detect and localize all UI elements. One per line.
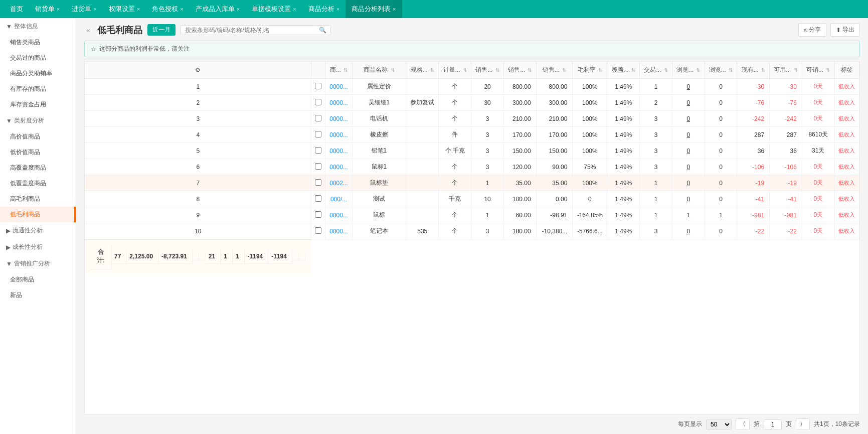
- sidebar-item-in-stock[interactable]: 有库存的商品: [0, 81, 76, 97]
- col-trade-count[interactable]: 交易... ⇅: [640, 62, 672, 79]
- close-icon[interactable]: ×: [293, 6, 296, 12]
- row-spec: [406, 111, 439, 127]
- row-checkbox[interactable]: [315, 163, 321, 170]
- row-checkbox[interactable]: [315, 115, 321, 121]
- col-coverage[interactable]: 覆盖... ⇅: [607, 62, 640, 79]
- row-browse1[interactable]: 0: [672, 175, 705, 191]
- col-current-stock[interactable]: 现有... ⇅: [737, 62, 770, 79]
- row-available: -19: [770, 175, 802, 191]
- col-unit[interactable]: 计量... ⇅: [439, 62, 471, 79]
- col-sales-price[interactable]: 销售... ⇅: [503, 62, 536, 79]
- row-code: 0002...: [325, 175, 352, 191]
- col-sellable[interactable]: 可销... ⇅: [802, 62, 834, 79]
- row-tag: 低收入: [834, 79, 859, 95]
- collapse-sidebar-button[interactable]: «: [84, 26, 92, 34]
- sidebar-item-low-coverage[interactable]: 低覆盖度商品: [0, 176, 76, 191]
- row-browse1[interactable]: 0: [672, 111, 705, 127]
- row-browse1[interactable]: 0: [672, 143, 705, 159]
- sidebar-group-overall[interactable]: ▼ 整体信息: [0, 18, 76, 35]
- nav-purchase[interactable]: 进货单 ×: [66, 0, 102, 18]
- row-name: 属性定价: [352, 79, 406, 95]
- row-tag: 低收入: [834, 207, 859, 223]
- nav-template[interactable]: 单据模板设置 ×: [246, 0, 302, 18]
- col-spec[interactable]: 规格... ⇅: [406, 62, 439, 79]
- nav-sales[interactable]: 销货单 ×: [29, 0, 66, 18]
- close-icon[interactable]: ×: [237, 6, 240, 12]
- col-name[interactable]: 商品名称 ⇅: [352, 62, 406, 79]
- row-browse1[interactable]: 1: [672, 207, 705, 223]
- nav-home[interactable]: 首页: [4, 0, 29, 18]
- row-available: 287: [770, 127, 802, 143]
- nav-product-entry[interactable]: 产成品入库单 ×: [190, 0, 246, 18]
- export-button[interactable]: ⬆ 导出: [830, 23, 860, 37]
- nav-product-analysis[interactable]: 商品分析 ×: [302, 0, 345, 18]
- sidebar-group-coverage[interactable]: ▼ 类射度分析: [0, 112, 76, 129]
- sidebar-item-sales-goods[interactable]: 销售类商品: [0, 35, 76, 50]
- prev-page-button[interactable]: 〈: [736, 418, 750, 430]
- settings-icon[interactable]: ⚙: [195, 67, 201, 74]
- sidebar-group-marketing[interactable]: ▼ 营销推广分析: [0, 255, 76, 272]
- close-icon[interactable]: ×: [180, 6, 183, 12]
- row-checkbox[interactable]: [315, 195, 321, 202]
- row-browse1[interactable]: 0: [672, 79, 705, 95]
- row-browse1[interactable]: 0: [672, 191, 705, 207]
- next-page-button[interactable]: 〉: [796, 418, 810, 430]
- sort-icon: ⇅: [794, 67, 798, 73]
- time-filter-button[interactable]: 近一月: [147, 24, 176, 36]
- sidebar-item-category-rate[interactable]: 商品分类助销率: [0, 66, 76, 81]
- row-checkbox[interactable]: [315, 99, 321, 105]
- sidebar-group-circulation[interactable]: ▶ 流通性分析: [0, 222, 76, 239]
- sidebar-item-traded-goods[interactable]: 交易过的商品: [0, 50, 76, 66]
- row-unit: 千克: [439, 191, 471, 207]
- close-icon[interactable]: ×: [336, 6, 339, 12]
- close-icon[interactable]: ×: [137, 6, 140, 12]
- close-icon[interactable]: ×: [57, 6, 60, 12]
- row-checkbox[interactable]: [315, 211, 321, 218]
- sidebar-item-new-goods[interactable]: 新品: [0, 287, 76, 303]
- sort-icon: ⇅: [631, 67, 635, 73]
- sidebar-group-growth[interactable]: ▶ 成长性分析: [0, 239, 76, 255]
- col-sales-amount[interactable]: 销售... ⇅: [536, 62, 573, 79]
- row-available: -41: [770, 191, 802, 207]
- share-button[interactable]: ⎋ 分享: [798, 23, 826, 37]
- col-code[interactable]: 商... ⇅: [325, 62, 352, 79]
- row-browse1[interactable]: 0: [672, 127, 705, 143]
- nav-permissions[interactable]: 权限设置 ×: [103, 0, 146, 18]
- row-browse1[interactable]: 0: [672, 159, 705, 175]
- sidebar-item-low-margin[interactable]: 低毛利商品: [0, 207, 76, 222]
- per-page-select[interactable]: 50 20 100: [706, 419, 732, 430]
- close-icon[interactable]: ×: [393, 6, 396, 12]
- row-checkbox[interactable]: [315, 179, 321, 186]
- sort-icon: ⇅: [430, 67, 434, 73]
- row-browse1[interactable]: 0: [672, 223, 705, 239]
- nav-product-analysis-list[interactable]: 商品分析列表 ×: [345, 0, 402, 18]
- sidebar-item-all-goods[interactable]: 全部商品: [0, 272, 76, 287]
- row-checkbox[interactable]: [315, 83, 321, 89]
- sidebar-item-high-margin[interactable]: 高毛利商品: [0, 191, 76, 207]
- row-checkbox-cell: [311, 143, 325, 159]
- col-sales-qty[interactable]: 销售... ⇅: [471, 62, 504, 79]
- col-settings[interactable]: ⚙: [85, 62, 311, 79]
- row-sales-amount: -10,380...: [536, 223, 573, 239]
- sidebar-item-high-value[interactable]: 高价值商品: [0, 129, 76, 144]
- nav-roles[interactable]: 角色授权 ×: [146, 0, 189, 18]
- search-input[interactable]: [185, 27, 319, 34]
- row-checkbox[interactable]: [315, 147, 321, 154]
- col-tag[interactable]: 标签: [834, 62, 859, 79]
- col-gross-rate[interactable]: 毛利率 ⇅: [573, 62, 607, 79]
- row-tag: 低收入: [834, 127, 859, 143]
- sidebar-item-stock-capital[interactable]: 库存资金占用: [0, 97, 76, 112]
- per-page-label: 每页显示: [678, 420, 702, 428]
- col-available[interactable]: 可用... ⇅: [770, 62, 802, 79]
- row-checkbox[interactable]: [315, 131, 321, 137]
- row-browse1[interactable]: 0: [672, 95, 705, 111]
- sidebar-item-low-value[interactable]: 低价值商品: [0, 144, 76, 160]
- row-checkbox[interactable]: [315, 227, 321, 234]
- page-number-input[interactable]: [764, 419, 782, 429]
- footer-gross: [193, 253, 199, 260]
- sidebar-item-high-coverage[interactable]: 高覆盖度商品: [0, 160, 76, 176]
- close-icon[interactable]: ×: [93, 6, 96, 12]
- search-icon[interactable]: 🔍: [319, 27, 326, 34]
- col-browse2[interactable]: 浏览... ⇅: [705, 62, 737, 79]
- col-browse1[interactable]: 浏览... ⇅: [672, 62, 705, 79]
